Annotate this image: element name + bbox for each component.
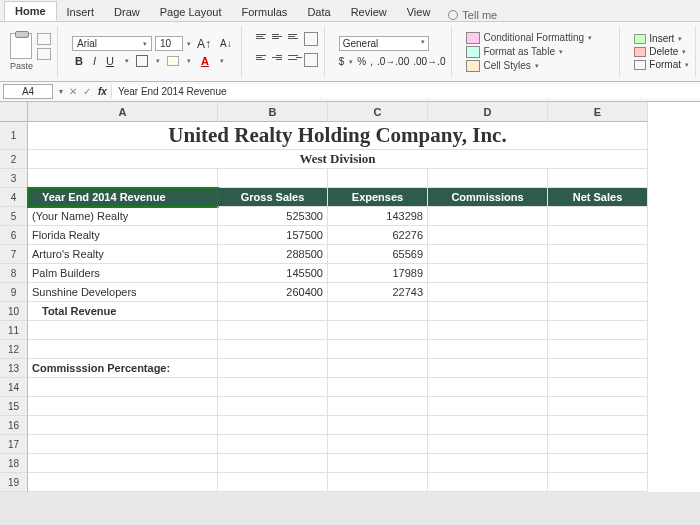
row-header[interactable]: 18 [0, 454, 28, 473]
cell[interactable]: 62276 [328, 226, 428, 245]
total-label-cell[interactable]: Total Revenue [28, 302, 218, 321]
cell[interactable] [328, 454, 428, 473]
cell[interactable] [428, 283, 548, 302]
cell[interactable] [28, 473, 218, 492]
fill-color-button[interactable] [167, 56, 179, 66]
cell[interactable] [428, 340, 548, 359]
cell[interactable]: Florida Realty [28, 226, 218, 245]
currency-button[interactable]: $ [339, 56, 345, 67]
cell[interactable] [218, 302, 328, 321]
cell[interactable] [548, 359, 648, 378]
cell[interactable] [548, 454, 648, 473]
percent-button[interactable]: % [357, 56, 366, 67]
row-header[interactable]: 10 [0, 302, 28, 321]
tab-insert[interactable]: Insert [57, 3, 105, 21]
cell[interactable]: 288500 [218, 245, 328, 264]
cell[interactable] [428, 264, 548, 283]
cell[interactable] [328, 397, 428, 416]
decrease-decimal-button[interactable]: .00→.0 [413, 56, 445, 67]
cell[interactable] [28, 169, 218, 188]
number-format-select[interactable]: General▾ [339, 36, 429, 51]
italic-button[interactable]: I [90, 54, 99, 68]
cell[interactable] [28, 416, 218, 435]
cell[interactable] [428, 207, 548, 226]
bold-button[interactable]: B [72, 54, 86, 68]
cell[interactable] [218, 378, 328, 397]
col-header[interactable]: B [218, 102, 328, 122]
align-bottom-button[interactable] [288, 32, 302, 42]
row-header[interactable]: 8 [0, 264, 28, 283]
cell[interactable] [548, 226, 648, 245]
align-center-button[interactable] [272, 53, 286, 63]
cell[interactable] [548, 416, 648, 435]
row-header[interactable]: 16 [0, 416, 28, 435]
cell[interactable]: 145500 [218, 264, 328, 283]
cell[interactable]: 22743 [328, 283, 428, 302]
tab-formulas[interactable]: Formulas [232, 3, 298, 21]
cell[interactable] [218, 169, 328, 188]
increase-font-button[interactable]: A↑ [194, 36, 214, 52]
row-header[interactable]: 6 [0, 226, 28, 245]
tab-view[interactable]: View [397, 3, 441, 21]
tab-page-layout[interactable]: Page Layout [150, 3, 232, 21]
header-cell-b[interactable]: Gross Sales [218, 188, 328, 207]
paste-icon[interactable] [10, 33, 32, 59]
cell[interactable] [328, 416, 428, 435]
cell[interactable] [218, 454, 328, 473]
cell[interactable] [548, 169, 648, 188]
align-top-button[interactable] [256, 32, 270, 42]
cell[interactable] [218, 359, 328, 378]
row-header[interactable]: 14 [0, 378, 28, 397]
cell[interactable] [328, 435, 428, 454]
cancel-formula-button[interactable]: ✕ [66, 86, 80, 97]
cell[interactable]: 143298 [328, 207, 428, 226]
cell[interactable] [28, 435, 218, 454]
cell[interactable] [328, 302, 428, 321]
row-header[interactable]: 2 [0, 150, 28, 169]
copy-icon[interactable] [37, 48, 51, 60]
cell[interactable] [428, 397, 548, 416]
cell[interactable] [428, 321, 548, 340]
cell-styles-button[interactable]: Cell Styles▾ [466, 60, 613, 72]
cell[interactable]: 17989 [328, 264, 428, 283]
cell[interactable] [328, 473, 428, 492]
cell[interactable] [28, 397, 218, 416]
cell[interactable] [428, 302, 548, 321]
merge-button[interactable] [304, 53, 318, 67]
cell[interactable] [218, 340, 328, 359]
col-header[interactable]: A [28, 102, 218, 122]
cell[interactable] [28, 454, 218, 473]
cell[interactable]: 525300 [218, 207, 328, 226]
font-name-select[interactable]: Arial▾ [72, 36, 152, 51]
cell[interactable]: 65569 [328, 245, 428, 264]
cell[interactable] [548, 321, 648, 340]
row-header[interactable]: 3 [0, 169, 28, 188]
cell[interactable] [328, 359, 428, 378]
row-header[interactable]: 4 [0, 188, 28, 207]
cell[interactable] [548, 340, 648, 359]
cell[interactable] [428, 416, 548, 435]
cell[interactable] [428, 245, 548, 264]
format-as-table-button[interactable]: Format as Table▾ [466, 46, 613, 58]
cell[interactable] [218, 435, 328, 454]
row-header[interactable]: 13 [0, 359, 28, 378]
cell[interactable] [548, 245, 648, 264]
cell[interactable] [548, 435, 648, 454]
row-header[interactable]: 5 [0, 207, 28, 226]
cell[interactable] [428, 435, 548, 454]
cell[interactable] [328, 321, 428, 340]
cell[interactable] [548, 397, 648, 416]
insert-cells-button[interactable]: Insert▾ [634, 33, 689, 44]
header-cell-c[interactable]: Expenses [328, 188, 428, 207]
cell[interactable] [548, 264, 648, 283]
cell[interactable]: 260400 [218, 283, 328, 302]
chevron-down-icon[interactable]: ▾ [187, 40, 191, 48]
tab-home[interactable]: Home [4, 1, 57, 21]
cell[interactable] [28, 340, 218, 359]
cell[interactable] [28, 321, 218, 340]
align-middle-button[interactable] [272, 32, 286, 42]
row-header[interactable]: 12 [0, 340, 28, 359]
cell[interactable] [28, 378, 218, 397]
delete-cells-button[interactable]: Delete▾ [634, 46, 689, 57]
row-header[interactable]: 17 [0, 435, 28, 454]
